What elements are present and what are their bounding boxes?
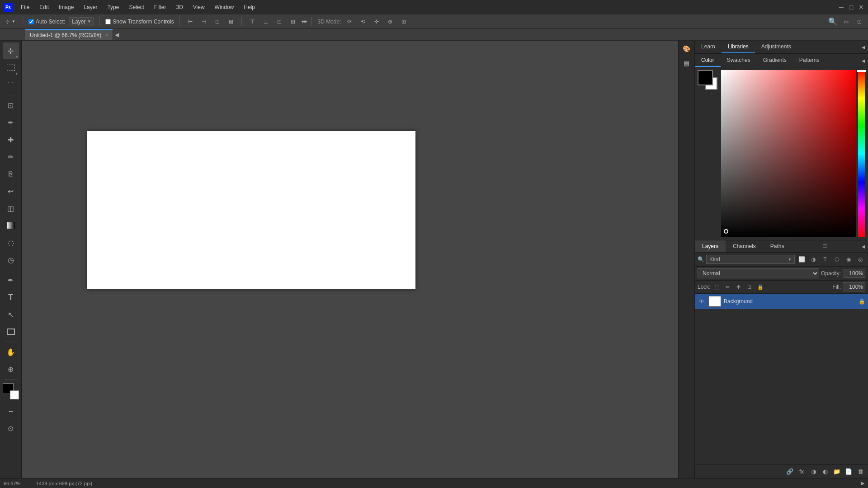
- auto-select-checkbox[interactable]: Auto-Select:: [28, 19, 65, 25]
- layers-options-btn[interactable]: ☰: [819, 241, 831, 251]
- tab-adjustments[interactable]: Adjustments: [755, 41, 797, 53]
- shape-tool-btn[interactable]: [3, 324, 19, 340]
- 3d-pan-btn[interactable]: ✛: [372, 17, 382, 27]
- layer-new-btn[interactable]: 📄: [844, 466, 854, 476]
- move-tool-btn[interactable]: ⊹ ▶: [3, 42, 19, 59]
- menu-file[interactable]: File: [16, 2, 34, 12]
- eraser-tool-btn[interactable]: ◫: [3, 200, 19, 216]
- align-center-horiz-btn[interactable]: ⊣: [199, 17, 209, 27]
- minimize-button[interactable]: ─: [838, 4, 844, 10]
- tab-channels[interactable]: Channels: [726, 240, 763, 252]
- eyedropper-tool-btn[interactable]: ✒: [3, 114, 19, 131]
- zoom-tool-btn[interactable]: ⊕: [3, 361, 19, 377]
- auto-select-input[interactable]: [28, 19, 34, 24]
- layer-visibility-toggle[interactable]: 👁: [698, 297, 706, 305]
- layer-adjustment-btn[interactable]: ◐: [820, 466, 830, 476]
- document-tab[interactable]: Untitled-1 @ 66.7% (RGB/8#) ×: [25, 29, 113, 40]
- tab-color[interactable]: Color: [695, 54, 721, 67]
- fill-input[interactable]: [843, 282, 865, 291]
- filter-pixel-btn[interactable]: ⬜: [797, 254, 807, 264]
- align-right-edges-btn[interactable]: ⊡: [212, 17, 222, 27]
- more-options-btn[interactable]: •••: [302, 18, 307, 26]
- show-transform-checkbox[interactable]: Show Transform Controls: [105, 19, 174, 25]
- lock-artboards-btn[interactable]: ✚: [734, 282, 743, 291]
- layers-panel-collapse-btn[interactable]: ◀: [859, 244, 868, 249]
- menu-filter[interactable]: Filter: [150, 2, 171, 12]
- close-button[interactable]: ✕: [858, 4, 864, 10]
- layer-link-btn[interactable]: 🔗: [785, 466, 795, 476]
- align-top-btn[interactable]: ⊤: [247, 17, 257, 27]
- color-panel-collapse-btn[interactable]: ◀: [859, 58, 868, 63]
- tab-paths[interactable]: Paths: [763, 240, 792, 252]
- align-distribute-vert-btn[interactable]: ⊞: [288, 17, 298, 27]
- search-icon[interactable]: 🔍: [828, 17, 837, 26]
- opacity-input[interactable]: [843, 269, 865, 278]
- menu-view[interactable]: View: [189, 2, 209, 12]
- tab-libraries[interactable]: Libraries: [722, 41, 755, 53]
- lock-extra-btn[interactable]: 🔒: [756, 282, 765, 291]
- lock-all-btn[interactable]: ⊡: [745, 282, 754, 291]
- layer-mask-btn[interactable]: ◑: [808, 466, 818, 476]
- healing-tool-btn[interactable]: ✚: [3, 131, 19, 148]
- gradient-tool-btn[interactable]: [3, 217, 19, 234]
- menu-select[interactable]: Select: [124, 2, 148, 12]
- history-brush-btn[interactable]: ↩: [3, 183, 19, 199]
- layer-dropdown[interactable]: Layer ▼: [69, 17, 94, 26]
- status-arrow-btn[interactable]: ▶: [861, 480, 864, 486]
- 3d-slide-btn[interactable]: ⊕: [385, 17, 395, 27]
- lock-position-btn[interactable]: ✏: [723, 282, 732, 291]
- menu-help[interactable]: Help: [239, 2, 259, 12]
- panel-collapse-btn[interactable]: ◀: [115, 32, 119, 38]
- quick-mask-btn[interactable]: ⊙: [3, 420, 19, 436]
- align-left-edges-btn[interactable]: ⊢: [185, 17, 195, 27]
- layer-kind-filter[interactable]: Kind ▼: [706, 255, 795, 264]
- brush-tool-btn[interactable]: ✏: [3, 149, 19, 165]
- filter-toggle-btn[interactable]: ◎: [855, 254, 865, 264]
- lock-pixels-btn[interactable]: ⬚: [712, 282, 722, 291]
- layer-folder-btn[interactable]: 📁: [832, 466, 842, 476]
- layer-fx-btn[interactable]: fx: [797, 466, 807, 476]
- dodge-tool-btn[interactable]: ◷: [3, 252, 19, 268]
- tab-gradients[interactable]: Gradients: [757, 54, 793, 67]
- learn-panel-collapse-btn[interactable]: ◀: [859, 45, 868, 50]
- extras-btn[interactable]: •••: [3, 403, 19, 419]
- workspaces-btn[interactable]: ▭: [841, 17, 851, 27]
- crop-tool-btn[interactable]: ⊡: [3, 97, 19, 113]
- tab-swatches[interactable]: Swatches: [721, 54, 757, 67]
- hue-bar[interactable]: [858, 70, 865, 237]
- move-tool-option[interactable]: ⊹ ▼: [4, 18, 17, 26]
- layer-delete-btn[interactable]: 🗑: [855, 466, 865, 476]
- tab-learn[interactable]: Learn: [695, 41, 722, 53]
- menu-image[interactable]: Image: [54, 2, 78, 12]
- align-bottom-btn[interactable]: ⊡: [274, 17, 284, 27]
- blur-tool-btn[interactable]: ◌: [3, 235, 19, 251]
- filter-smart-btn[interactable]: ◉: [844, 254, 854, 264]
- align-middle-btn[interactable]: ⊥: [261, 17, 271, 27]
- color-panel-icon[interactable]: 🎨: [680, 42, 693, 55]
- 3d-scale-btn[interactable]: ⊞: [399, 17, 409, 27]
- document-tab-close-icon[interactable]: ×: [105, 32, 108, 38]
- hand-tool-btn[interactable]: ✋: [3, 344, 19, 360]
- filter-shape-btn[interactable]: ⬡: [832, 254, 842, 264]
- 3d-tumble-btn[interactable]: ⟲: [358, 17, 368, 27]
- lasso-tool-btn[interactable]: ⌒: [3, 77, 19, 93]
- tab-patterns[interactable]: Patterns: [793, 54, 826, 67]
- maximize-button[interactable]: □: [848, 4, 854, 10]
- align-distribute-btn[interactable]: ⊠: [226, 17, 236, 27]
- text-tool-btn[interactable]: T: [3, 289, 19, 305]
- 3d-rotate-btn[interactable]: ⟳: [344, 17, 354, 27]
- clone-stamp-btn[interactable]: ⎘: [3, 166, 19, 182]
- marquee-tool-btn[interactable]: ▶: [3, 60, 19, 76]
- path-select-btn[interactable]: ↖: [3, 306, 19, 323]
- show-transform-input[interactable]: [105, 19, 111, 24]
- foreground-swatch[interactable]: [698, 70, 713, 85]
- layers-panel-icon[interactable]: ▤: [680, 57, 693, 70]
- blend-mode-select[interactable]: Normal: [698, 268, 819, 278]
- menu-3d[interactable]: 3D: [171, 2, 187, 12]
- menu-edit[interactable]: Edit: [35, 2, 53, 12]
- filter-type-btn[interactable]: T: [820, 254, 830, 264]
- menu-window[interactable]: Window: [210, 2, 239, 12]
- pen-tool-btn[interactable]: ✒: [3, 272, 19, 288]
- background-color-swatch[interactable]: [10, 390, 19, 399]
- tab-layers[interactable]: Layers: [695, 240, 726, 252]
